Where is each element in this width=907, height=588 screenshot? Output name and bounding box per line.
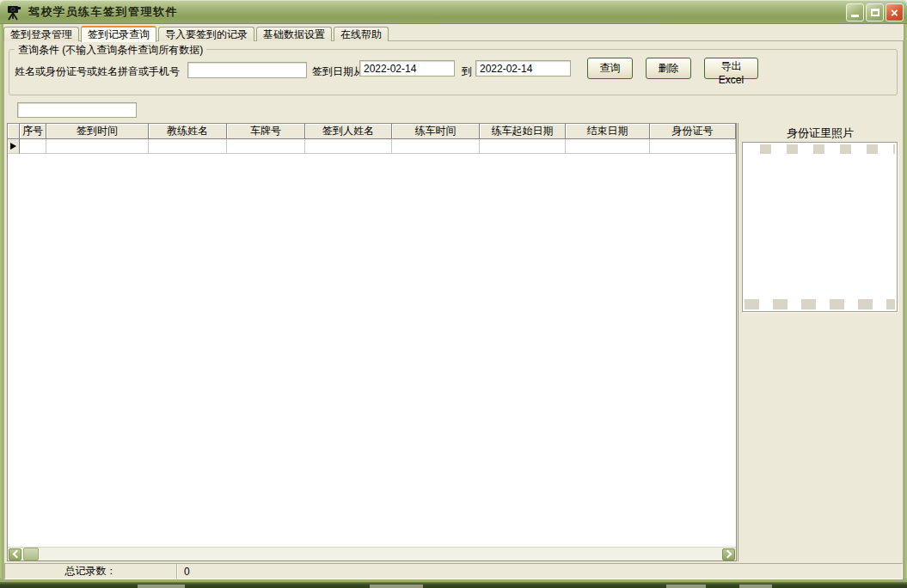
- quick-filter-input[interactable]: [17, 102, 137, 118]
- taskbar-text-remnant: [739, 585, 772, 588]
- maximize-button[interactable]: [866, 3, 884, 21]
- taskbar-text-remnant: [666, 585, 706, 588]
- maximize-icon: [871, 9, 879, 16]
- current-row-arrow-icon: [10, 143, 16, 150]
- tab-import-records[interactable]: 导入要签到的记录: [158, 27, 254, 41]
- close-icon: ×: [891, 6, 898, 19]
- export-excel-button[interactable]: 导出Excel: [704, 58, 758, 79]
- date-to-input[interactable]: [475, 60, 571, 77]
- column-header-signer-name: 签到人姓名: [305, 124, 392, 139]
- total-records-label: 总记录数：: [5, 564, 177, 579]
- grid-cell[interactable]: [227, 139, 305, 154]
- row-selector-cell[interactable]: [8, 139, 20, 154]
- desktop-taskbar-strip: [0, 582, 907, 588]
- query-groupbox-legend: 查询条件 (不输入查询条件查询所有数据): [15, 43, 206, 58]
- window-title: 驾校学员练车签到管理软件: [28, 4, 178, 20]
- column-header-plate-number: 车牌号: [227, 124, 305, 139]
- column-header-index: 序号: [20, 124, 46, 139]
- grid-cell[interactable]: [392, 139, 480, 154]
- grid-cell[interactable]: [480, 139, 566, 154]
- column-header-end-date: 结束日期: [566, 124, 650, 139]
- tab-basic-data-settings[interactable]: 基础数据设置: [256, 27, 332, 41]
- grid-cell[interactable]: [305, 139, 392, 154]
- column-header-signin-time: 签到时间: [46, 124, 149, 139]
- tab-signin-login-management[interactable]: 签到登录管理: [3, 27, 79, 41]
- grid-cell[interactable]: [566, 139, 650, 154]
- taskbar-text-remnant: [370, 585, 423, 588]
- chevron-left-icon: [12, 550, 21, 559]
- date-from-label: 签到日期从: [312, 65, 364, 77]
- column-header-id-number: 身份证号: [650, 124, 736, 139]
- horizontal-scrollbar[interactable]: [8, 547, 736, 560]
- total-records-value: 0: [177, 566, 190, 578]
- row-selector-header: [8, 124, 20, 139]
- tab-online-help[interactable]: 在线帮助: [334, 27, 389, 41]
- panel-divider: [738, 123, 738, 561]
- tab-bar: 签到登录管理 签到记录查询 导入要签到的记录 基础数据设置 在线帮助: [3, 26, 390, 41]
- id-photo-box: [742, 142, 898, 312]
- column-header-practice-time: 练车时间: [392, 124, 480, 139]
- window-border-right: [904, 24, 907, 582]
- query-condition-groupbox: 查询条件 (不输入查询条件查询所有数据) 姓名或身份证号或姓名拼音或手机号 签到…: [9, 49, 898, 95]
- delete-button[interactable]: 删除: [646, 58, 691, 79]
- grid-cell[interactable]: [20, 139, 46, 154]
- grid-cell[interactable]: [149, 139, 227, 154]
- records-grid: 序号 签到时间 教练姓名 车牌号 签到人姓名 练车时间 练车起始日期 结束日期 …: [7, 123, 737, 561]
- name-filter-label: 姓名或身份证号或姓名拼音或手机号: [15, 65, 180, 77]
- minimize-button[interactable]: [846, 3, 864, 21]
- query-button[interactable]: 查询: [587, 58, 633, 79]
- column-header-practice-start-date: 练车起始日期: [480, 124, 566, 139]
- grid-empty-row[interactable]: [8, 139, 736, 154]
- filmstrip-bottom-decoration: [745, 299, 895, 309]
- filmstrip-top-decoration: [745, 144, 895, 154]
- date-to-label: 到: [462, 65, 472, 77]
- grid-cell[interactable]: [650, 139, 736, 154]
- scroll-right-button[interactable]: [722, 548, 735, 560]
- grid-header-row: 序号 签到时间 教练姓名 车牌号 签到人姓名 练车时间 练车起始日期 结束日期 …: [8, 124, 736, 139]
- tab-signin-record-query[interactable]: 签到记录查询: [81, 26, 156, 42]
- column-header-coach-name: 教练姓名: [149, 124, 227, 139]
- minimize-icon: [851, 15, 859, 17]
- close-button[interactable]: ×: [886, 3, 904, 21]
- chevron-right-icon: [723, 550, 732, 559]
- date-from-input[interactable]: [359, 60, 455, 77]
- id-photo-panel-title: 身份证里照片: [739, 126, 901, 141]
- camera-tripod-icon: [5, 3, 22, 21]
- app-window: 驾校学员练车签到管理软件 × 签到登录管理 签到记录查询 导入要签到的记录 基础…: [0, 0, 907, 588]
- title-bar: 驾校学员练车签到管理软件 ×: [0, 0, 907, 24]
- scroll-left-button[interactable]: [9, 548, 21, 560]
- scrollbar-thumb[interactable]: [23, 548, 39, 560]
- grid-cell[interactable]: [46, 139, 149, 154]
- taskbar-text-remnant: [138, 585, 185, 588]
- name-filter-input[interactable]: [187, 62, 307, 78]
- status-bar: 总记录数： 0: [4, 563, 903, 579]
